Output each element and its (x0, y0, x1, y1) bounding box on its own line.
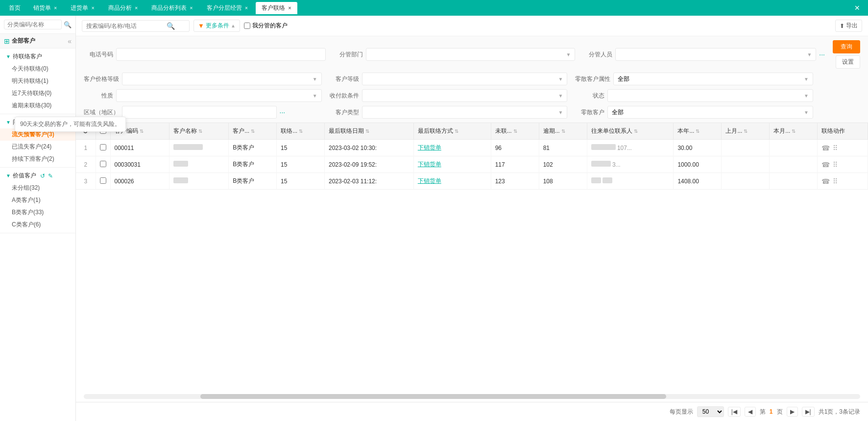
nature-select[interactable]: ▼ (116, 89, 322, 102)
col-action-label: 联络动作 (821, 127, 845, 134)
query-button[interactable]: 查询 (833, 40, 860, 53)
tab-customer-tier[interactable]: 客户分层经营 × (201, 2, 254, 14)
retail-attr-label: 零散客户属性 (575, 75, 610, 83)
tab-product-list[interactable]: 商品分析列表 × (145, 2, 198, 14)
contact-icon-3[interactable]: ☎ (821, 177, 830, 185)
close-customer-contact-tab[interactable]: × (288, 5, 291, 11)
more-action-icon-1[interactable]: ⠿ (833, 144, 838, 152)
sidebar-item-declining[interactable]: 持续下滑客户(2) (0, 153, 75, 165)
col-no-contact[interactable]: 未联... ⇅ (491, 123, 539, 140)
region-input[interactable] (122, 106, 277, 119)
col-action: 联络动作 (818, 123, 868, 140)
row-last-month-1 (722, 140, 770, 156)
region-more-icon[interactable]: ··· (280, 108, 286, 116)
close-product-list-tab[interactable]: × (190, 5, 193, 11)
last-type-link-1[interactable]: 下销货单 (418, 144, 441, 151)
manager-select[interactable]: ▼ (615, 48, 816, 61)
col-this-month[interactable]: 本月... ⇅ (770, 123, 818, 140)
manager-label: 分管人员 (583, 50, 612, 59)
customer-type-select[interactable]: ▼ (362, 106, 568, 119)
topbar: 首页 销货单 × 进货单 × 商品分析 × 商品分析列表 × 客户分层经营 × … (0, 0, 868, 16)
col-name[interactable]: 客户名称 ⇅ (169, 123, 229, 140)
region-label: 区域（地区） (84, 108, 119, 117)
filter-manager: 分管人员 ▼ ··· (583, 48, 825, 61)
status-select[interactable]: ▼ (607, 89, 813, 102)
row-last-type-1[interactable]: 下销货单 (413, 140, 491, 156)
contact-icon-1[interactable]: ☎ (821, 144, 830, 152)
export-button[interactable]: ⬆ 导出 (835, 20, 862, 32)
pending-contact-header[interactable]: ▼ 待联络客户 (0, 50, 75, 63)
close-customer-tier-tab[interactable]: × (245, 5, 248, 11)
col-type[interactable]: 客户... ⇅ (229, 123, 277, 140)
more-conditions-button[interactable]: ▼ 更多条件 ▲ (193, 20, 240, 32)
close-purchase-tab[interactable]: × (91, 5, 94, 11)
scroll-thumb[interactable] (200, 394, 666, 399)
payment-select[interactable]: ▼ (362, 89, 568, 102)
row-last-month-2 (722, 156, 770, 173)
sidebar-item-today[interactable]: 今天待联络(0) (0, 63, 75, 75)
prev-page-button[interactable]: ◀ (745, 407, 756, 417)
sidebar-item-overdue[interactable]: 逾期未联络(30) (0, 99, 75, 112)
tab-home[interactable]: 首页 (4, 2, 25, 14)
edit-icon[interactable]: ✎ (48, 173, 53, 179)
my-customers-checkbox[interactable] (244, 23, 250, 29)
phone-input[interactable] (116, 48, 326, 61)
more-action-icon-3[interactable]: ⠿ (833, 177, 838, 185)
row-checkbox-1[interactable] (96, 140, 110, 156)
refresh-icon[interactable]: ↺ (40, 173, 45, 179)
last-page-button[interactable]: ▶| (802, 407, 815, 417)
filter-retail-attr: 零散客户属性 全部 ▼ (575, 73, 813, 85)
tab-sales[interactable]: 销货单 × (27, 2, 63, 14)
col-contact-person[interactable]: 往来单位联系人 ⇅ (587, 123, 674, 140)
customer-level-select[interactable]: ▼ (362, 73, 568, 85)
search-icon-button[interactable]: 🔍 (167, 22, 175, 30)
tab-customer-contact[interactable]: 客户联络 × (256, 2, 297, 14)
search-input[interactable] (86, 23, 165, 29)
sidebar-collapse-button[interactable]: « (68, 37, 72, 45)
sidebar-search-icon[interactable]: 🔍 (64, 21, 72, 28)
col-last-month[interactable]: 上月... ⇅ (722, 123, 770, 140)
dept-select[interactable]: ▼ (366, 48, 576, 61)
sidebar-item-b-class[interactable]: B类客户(33) (0, 206, 75, 219)
customer-table: ⚙ 客户编码 ⇅ 客户名称 (76, 123, 868, 190)
first-page-button[interactable]: |◀ (728, 407, 741, 417)
all-customers-header[interactable]: ⊞ 全部客户 « (0, 34, 75, 49)
value-customers-header[interactable]: ▼ 价值客户 ↺ ✎ (0, 170, 75, 182)
tab-product-analysis[interactable]: 商品分析 × (102, 2, 144, 14)
col-overdue[interactable]: 逾期... ⇅ (539, 123, 587, 140)
settings-button[interactable]: 设置 (836, 55, 860, 69)
contact-icon-2[interactable]: ☎ (821, 161, 830, 169)
sidebar-item-tomorrow[interactable]: 明天待联络(1) (0, 75, 75, 87)
sidebar-item-churned[interactable]: 已流失客户(24) (0, 141, 75, 153)
row-this-year-2: 1000.00 (674, 156, 722, 173)
sidebar-item-c-class[interactable]: C类客户(6) (0, 219, 75, 231)
manager-more-icon[interactable]: ··· (819, 50, 825, 58)
row-last-type-3[interactable]: 下销货单 (413, 173, 491, 190)
row-last-type-2[interactable]: 下销货单 (413, 156, 491, 173)
price-level-label: 客户价格等级 (84, 75, 119, 83)
col-this-year[interactable]: 本年... ⇅ (674, 123, 722, 140)
retail-attr-select[interactable]: 全部 ▼ (613, 73, 813, 85)
horizontal-scrollbar[interactable] (84, 394, 860, 399)
window-close-button[interactable]: ✕ (850, 2, 864, 14)
my-customers-checkbox-label[interactable]: 我分管的客户 (244, 22, 288, 30)
col-last-type[interactable]: 最后联络方式 ⇅ (413, 123, 491, 140)
last-type-link-3[interactable]: 下销货单 (418, 177, 441, 184)
col-contact[interactable]: 联络... ⇅ (277, 123, 325, 140)
close-sales-tab[interactable]: × (54, 5, 57, 11)
page-size-select[interactable]: 50 100 (697, 406, 724, 417)
price-level-select[interactable]: ▼ (122, 73, 322, 85)
sidebar-search-input[interactable] (4, 20, 62, 29)
row-checkbox-2[interactable] (96, 156, 110, 173)
more-action-icon-2[interactable]: ⠿ (833, 161, 838, 169)
col-last-date[interactable]: 最后联络日期 ⇅ (325, 123, 414, 140)
tab-purchase[interactable]: 进货单 × (65, 2, 100, 14)
row-checkbox-3[interactable] (96, 173, 110, 190)
last-type-link-2[interactable]: 下销货单 (418, 161, 441, 168)
sidebar-item-unclassified[interactable]: 未分组(32) (0, 182, 75, 194)
retail-customer-select[interactable]: 全部 ▼ (607, 106, 813, 119)
sidebar-item-7days[interactable]: 近7天待联络(0) (0, 87, 75, 99)
next-page-button[interactable]: ▶ (787, 407, 798, 417)
sidebar-item-a-class[interactable]: A类客户(1) (0, 194, 75, 206)
close-product-analysis-tab[interactable]: × (135, 5, 138, 11)
